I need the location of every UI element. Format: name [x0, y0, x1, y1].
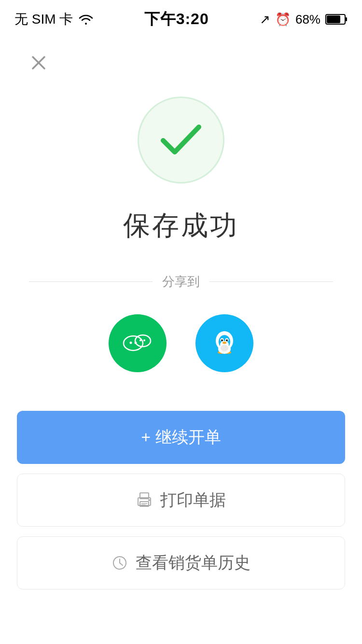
battery-icon — [325, 14, 348, 25]
status-bar: 无 SIM 卡 下午3:20 ↗ ⏰ 68% — [0, 0, 362, 39]
wechat-share-button[interactable] — [109, 314, 167, 372]
share-icons-group — [109, 314, 253, 372]
svg-rect-1 — [345, 17, 347, 21]
success-title: 保存成功 — [123, 208, 239, 244]
print-icon — [136, 492, 153, 508]
battery-percent: 68% — [295, 12, 320, 27]
svg-point-17 — [226, 339, 228, 341]
status-carrier: 无 SIM 卡 — [14, 10, 93, 28]
svg-point-10 — [143, 339, 145, 341]
main-content: 保存成功 分享到 — [0, 39, 362, 589]
svg-point-28 — [148, 499, 150, 501]
history-icon — [111, 555, 128, 571]
qq-share-button[interactable] — [195, 314, 253, 372]
svg-point-22 — [221, 345, 228, 351]
print-label: 打印单据 — [160, 489, 226, 511]
checkmark-icon — [159, 123, 203, 157]
wechat-icon — [121, 326, 154, 360]
close-button[interactable] — [24, 48, 53, 77]
alarm-icon: ⏰ — [275, 12, 291, 27]
continue-order-label: + 继续开单 — [141, 426, 221, 448]
share-divider: 分享到 — [0, 273, 362, 290]
history-label: 查看销货单历史 — [136, 552, 251, 574]
svg-line-31 — [120, 563, 123, 565]
view-history-button[interactable]: 查看销货单历史 — [17, 536, 345, 589]
qq-icon — [208, 326, 241, 360]
svg-point-16 — [221, 339, 223, 341]
svg-point-18 — [223, 342, 226, 344]
location-icon: ↗ — [260, 12, 270, 27]
svg-point-7 — [130, 342, 132, 344]
share-label: 分享到 — [153, 273, 209, 290]
success-indicator — [138, 97, 224, 183]
svg-point-8 — [135, 342, 137, 344]
status-right-group: ↗ ⏰ 68% — [260, 12, 348, 27]
wifi-icon — [79, 14, 93, 25]
print-button[interactable]: 打印单据 — [17, 474, 345, 527]
carrier-text: 无 SIM 卡 — [14, 10, 73, 28]
svg-rect-2 — [327, 15, 340, 23]
action-buttons: + 继续开单 打印单据 查看销货单历史 — [17, 411, 345, 589]
svg-point-5 — [124, 336, 143, 350]
svg-point-9 — [139, 339, 141, 341]
continue-order-button[interactable]: + 继续开单 — [17, 411, 345, 464]
status-time: 下午3:20 — [144, 9, 209, 30]
